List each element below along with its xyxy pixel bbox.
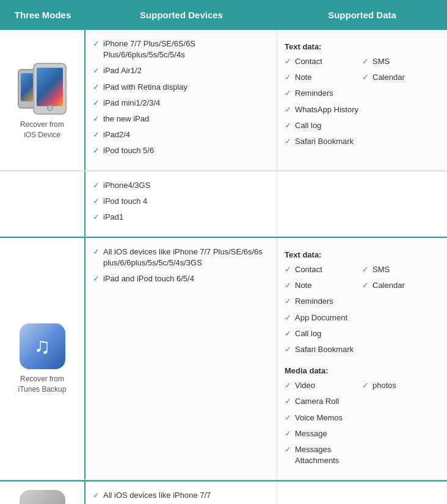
text-data-grid-itunes: ✓ Contact ✓ Note ✓ Reminders ✓ — [285, 264, 440, 360]
media-data-section-itunes: Media data: ✓ Video ✓ Camera Roll ✓ — [285, 366, 440, 471]
header-data: Supported Data — [277, 0, 447, 30]
checkmark-icon: ✓ — [93, 65, 100, 76]
row-icloud: Recover fromiCloud Backup ✓ All iOS devi… — [0, 480, 447, 504]
iphone-icon-group — [18, 60, 67, 115]
checkmark-icon: ✓ — [285, 396, 291, 407]
list-item: ✓ Call log — [285, 328, 362, 339]
checkmark-icon: ✓ — [285, 312, 291, 323]
media-data-grid-itunes: ✓ Video ✓ Camera Roll ✓ Voice Memos ✓ — [285, 380, 440, 471]
list-item: ✓ Contact — [285, 56, 362, 67]
list-item: ✓ All iOS devices like iPhone 7/7 Plus/S… — [93, 247, 269, 268]
row-itunes: ♫ Recover fromiTunes Backup ✓ All iOS de… — [0, 237, 447, 480]
checkmark-icon: ✓ — [362, 280, 369, 291]
checkmark-icon: ✓ — [362, 56, 369, 67]
list-item: ✓ iPad with Retina display — [93, 82, 269, 93]
checkmark-icon: ✓ — [285, 72, 291, 83]
checkmark-icon: ✓ — [285, 444, 291, 455]
checkmark-icon: ✓ — [93, 113, 100, 124]
list-item: ✓ iPad2/4 — [93, 129, 269, 140]
table-header: Three Modes Supported Devices Supported … — [0, 0, 447, 30]
mode-cell-ios: Recover fromiOS Device — [0, 30, 85, 170]
data-cell-ios-extra — [277, 171, 447, 237]
text-data-section-itunes: Text data: ✓ Contact ✓ Note ✓ R — [285, 250, 440, 360]
checkmark-icon: ✓ — [285, 428, 291, 439]
mode-label-itunes: Recover fromiTunes Backup — [18, 374, 67, 395]
page-container: Three Modes Supported Devices Supported … — [0, 0, 447, 504]
checkmark-icon: ✓ — [285, 344, 291, 355]
list-item: ✓ Safari Bookmark — [285, 344, 362, 355]
checkmark-icon: ✓ — [285, 136, 291, 147]
row-ios-device-extra: ✓ iPhone4/3GS ✓ iPod touch 4 ✓ iPad1 — [0, 171, 447, 237]
list-item: ✓ Reminders — [285, 88, 362, 99]
header-devices: Supported Devices — [85, 0, 277, 30]
list-item: ✓ Safari Bookmark — [285, 136, 362, 147]
checkmark-icon: ✓ — [285, 280, 291, 291]
checkmark-icon: ✓ — [285, 328, 291, 339]
list-item: ✓ All iOS devices like iPhone 7/7 Plus/S… — [93, 490, 269, 504]
list-item: ✓ App Document — [285, 312, 362, 323]
media-data-title-itunes: Media data: — [285, 366, 440, 375]
checkmark-icon: ✓ — [93, 212, 100, 223]
mode-cell-empty1 — [0, 171, 85, 237]
checkmark-icon: ✓ — [93, 196, 100, 207]
list-item: ✓ iPad Air1/2 — [93, 65, 269, 76]
list-item: ✓ photos — [362, 380, 440, 391]
devices-cell-ios: ✓ iPhone 7/7 Plus/SE/6S/6S Plus/6/6plus/… — [85, 30, 277, 170]
list-item: ✓ iPod touch 4 — [93, 196, 269, 207]
mode-label-ios: Recover fromiOS Device — [20, 120, 64, 140]
mode-cell-icloud: Recover fromiCloud Backup — [0, 481, 85, 504]
devices-cell-ios-extra: ✓ iPhone4/3GS ✓ iPod touch 4 ✓ iPad1 — [85, 171, 277, 237]
data-cell-itunes: Text data: ✓ Contact ✓ Note ✓ R — [277, 238, 447, 480]
checkmark-icon: ✓ — [93, 247, 100, 257]
header-mode: Three Modes — [0, 0, 85, 30]
list-item: ✓ the new iPad — [93, 113, 269, 124]
checkmark-icon: ✓ — [285, 296, 291, 307]
checkmark-icon: ✓ — [93, 82, 100, 93]
list-item: ✓ Message — [285, 428, 362, 439]
checkmark-icon: ✓ — [93, 129, 100, 140]
list-item: ✓ iPod touch 5/6 — [93, 145, 269, 156]
checkmark-icon: ✓ — [93, 180, 100, 191]
list-item: ✓ Note — [285, 72, 362, 83]
icloud-icon — [20, 490, 65, 504]
list-item: ✓ iPad mini1/2/3/4 — [93, 98, 269, 109]
list-item: ✓ Video — [285, 380, 362, 391]
checkmark-icon: ✓ — [93, 98, 100, 109]
list-item: ✓ iPad1 — [93, 212, 269, 223]
checkmark-icon: ✓ — [285, 380, 291, 391]
data-cell-ios: Text data: ✓ Contact ✓ Note ✓ R — [277, 30, 447, 170]
list-item: ✓ WhatsApp History — [285, 104, 362, 115]
text-data-section-ios: Text data: ✓ Contact ✓ Note ✓ R — [285, 42, 440, 152]
checkmark-icon: ✓ — [93, 490, 100, 501]
checkmark-icon: ✓ — [285, 412, 291, 423]
list-item: ✓ Contact — [285, 264, 362, 275]
list-item: ✓ Voice Memos — [285, 412, 362, 423]
mode-cell-itunes: ♫ Recover fromiTunes Backup — [0, 238, 85, 480]
data-cell-icloud — [277, 481, 447, 504]
iphone-large-icon — [33, 63, 67, 115]
devices-cell-itunes: ✓ All iOS devices like iPhone 7/7 Plus/S… — [85, 238, 277, 480]
list-item: ✓ iPad and iPod touch 6/5/4 — [93, 273, 269, 284]
list-item: ✓ iPhone4/3GS — [93, 180, 269, 191]
list-item: ✓ Reminders — [285, 296, 362, 307]
checkmark-icon: ✓ — [285, 264, 291, 275]
devices-cell-icloud: ✓ All iOS devices like iPhone 7/7 Plus/S… — [85, 481, 277, 504]
music-note-icon: ♫ — [34, 333, 51, 359]
list-item: ✓ Note — [285, 280, 362, 291]
list-item: ✓ Calendar — [362, 72, 440, 83]
text-data-title-itunes: Text data: — [285, 250, 440, 259]
checkmark-icon: ✓ — [362, 380, 369, 391]
checkmark-icon: ✓ — [285, 104, 291, 115]
list-item: ✓ iPhone 7/7 Plus/SE/6S/6S Plus/6/6plus/… — [93, 38, 269, 60]
checkmark-icon: ✓ — [285, 56, 291, 67]
checkmark-icon: ✓ — [93, 38, 100, 49]
list-item: ✓ Call log — [285, 120, 362, 131]
text-data-grid-ios: ✓ Contact ✓ Note ✓ Reminders ✓ — [285, 56, 440, 152]
list-item: ✓ SMS — [362, 264, 440, 275]
list-item: ✓ SMS — [362, 56, 440, 67]
checkmark-icon: ✓ — [93, 273, 100, 284]
checkmark-icon: ✓ — [285, 120, 291, 131]
text-data-title-ios: Text data: — [285, 42, 440, 51]
row-ios-device: Recover fromiOS Device ✓ iPhone 7/7 Plus… — [0, 30, 447, 171]
checkmark-icon: ✓ — [362, 72, 369, 83]
